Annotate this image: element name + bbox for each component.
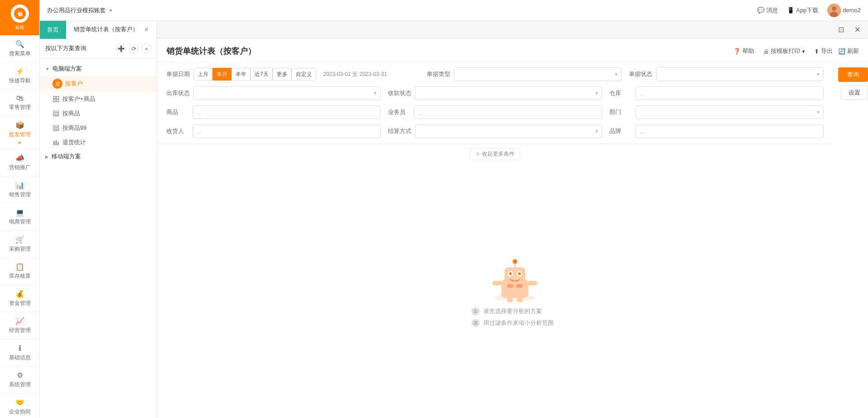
- tree-item-by-customer[interactable]: 按 按客户: [40, 76, 157, 92]
- sidebar-item-basic-info[interactable]: ℹ 基础信息: [0, 339, 39, 366]
- sidebar-item-label: 采购管理: [9, 245, 31, 253]
- export-icon: ⬆: [814, 48, 819, 55]
- collapse-more-button[interactable]: ∧ 收起更多条件: [470, 148, 520, 160]
- svg-rect-14: [53, 130, 59, 131]
- main-area: 办公用品行业模拟账套 ▾ 💬 消息 📱 App下载 de: [40, 0, 868, 418]
- sidebar-item-label: 电商管理: [9, 218, 31, 226]
- filter-row-4: 收货人 ... 结算方式 ▾: [166, 124, 824, 138]
- goods-placeholder: ...: [197, 109, 202, 116]
- department-select[interactable]: ▾: [636, 105, 824, 119]
- refresh-button[interactable]: 🔄 刷新: [838, 47, 859, 55]
- empty-illustration: [486, 255, 540, 300]
- svg-rect-15: [53, 141, 55, 145]
- filter-row-3: 商品 ... 业务员 ...: [166, 105, 824, 119]
- date-btn-custom[interactable]: 自定义: [292, 68, 316, 81]
- app-download-nav-item[interactable]: 📱 App下载: [787, 6, 818, 14]
- tree-item-by-goods[interactable]: 按商品: [40, 106, 157, 121]
- sales-icon: 📊: [15, 181, 24, 190]
- refresh-scheme-button[interactable]: ⟳: [129, 43, 139, 53]
- filter-brand-item: 品牌 ...: [609, 124, 824, 138]
- tree-item-by-customer-goods[interactable]: 按客户+商品: [40, 92, 157, 106]
- sidebar-item-business[interactable]: 📈 经营管理: [0, 312, 39, 339]
- marketing-icon: 📣: [15, 154, 24, 162]
- print-label: 按模板打印: [771, 47, 800, 55]
- message-nav-item[interactable]: 💬 消息: [757, 6, 778, 14]
- filter-recipient-item: 收货人 ...: [166, 124, 381, 138]
- page-title-actions: ❓ 帮助 🖨 按模板打印 ▾ ⬆ 导出 🔄 刷新: [733, 45, 859, 57]
- filter-row-1: 单据日期 上月 本月 本年 近7天 更多 自定义 2023-03-01 至 20…: [166, 67, 824, 81]
- sidebar-item-marketing[interactable]: 📣 营销推广: [0, 149, 39, 176]
- sidebar-item-inventory[interactable]: 📋 库存核算: [0, 258, 39, 285]
- tree-group-desktop-label: 电脑端方案: [52, 65, 82, 73]
- sidebar-item-wholesale[interactable]: 📦 批发管理 ▲: [0, 116, 39, 149]
- empty-state: ① 请先选择要分析的方案 ② 用过滤条件来缩小分析范围: [157, 164, 868, 418]
- settings-button[interactable]: 设置: [841, 86, 868, 100]
- brand-select[interactable]: ...: [636, 124, 824, 138]
- finance-icon: 💰: [15, 290, 24, 298]
- sidebar-item-finance[interactable]: 💰 资金管理: [0, 285, 39, 312]
- filter-area: 单据日期 上月 本月 本年 近7天 更多 自定义 2023-03-01 至 20…: [157, 62, 833, 144]
- date-btn-this-year[interactable]: 本年: [231, 68, 250, 81]
- date-btn-last-month[interactable]: 上月: [193, 68, 212, 81]
- app-dropdown-icon[interactable]: ▾: [109, 7, 112, 14]
- brand-placeholder: ...: [640, 128, 645, 135]
- bar-chart-icon: [52, 139, 60, 146]
- filter-type-item: 单据类型 ▾: [427, 67, 622, 81]
- svg-rect-26: [528, 281, 538, 285]
- pay-status-select[interactable]: ▾: [415, 86, 602, 100]
- sidebar-item-purchase[interactable]: 🛒 采购管理: [0, 231, 39, 258]
- sidebar-item-system[interactable]: ⚙ 系统管理: [0, 366, 39, 394]
- out-status-label: 出库状态: [166, 89, 190, 97]
- search-icon: 🔍: [15, 40, 24, 48]
- tab-sales-stats[interactable]: 销货单统计表（按客户） ✕: [66, 21, 157, 39]
- user-name: demo2: [843, 7, 861, 14]
- sidebar-item-sales[interactable]: 📊 销售管理: [0, 176, 39, 204]
- sidebar-item-search[interactable]: 🔍 搜索菜单: [0, 35, 39, 62]
- sidebar-item-enterprise[interactable]: 🤝 企业协同: [0, 394, 39, 418]
- tab-close-all-button[interactable]: ✕: [851, 24, 863, 36]
- add-scheme-button[interactable]: ➕: [116, 43, 126, 53]
- tab-home[interactable]: 首页: [40, 21, 66, 39]
- filter-actions-col: 查询 设置: [833, 62, 868, 164]
- out-status-chevron-icon: ▾: [374, 90, 377, 96]
- svg-text:畅: 畅: [17, 11, 22, 17]
- print-button[interactable]: 🖨 按模板打印 ▾: [760, 45, 809, 57]
- user-nav-item[interactable]: demo2: [827, 4, 861, 17]
- svg-point-24: [518, 272, 521, 275]
- date-btn-this-month[interactable]: 本月: [212, 68, 231, 81]
- recipient-select[interactable]: ...: [193, 124, 381, 138]
- retail-icon: 🛍: [16, 94, 24, 102]
- sidebar-item-quick-nav[interactable]: ⚡ 快捷导航: [0, 62, 39, 90]
- date-range-text: 2023-03-01 至 2023-03-31: [323, 71, 387, 78]
- wholesale-icon: 📦: [15, 121, 24, 129]
- tree-item-returns[interactable]: 退货统计: [40, 135, 157, 150]
- hint-text-2: 用过滤条件来缩小分析范围: [483, 319, 554, 327]
- tab-restore-button[interactable]: ⊡: [835, 24, 847, 36]
- sidebar-item-ecommerce[interactable]: 💻 电商管理: [0, 204, 39, 231]
- collapse-panel-button[interactable]: «: [142, 43, 151, 53]
- help-button[interactable]: ❓ 帮助: [733, 47, 754, 55]
- sidebar-item-label: 搜索菜单: [9, 50, 31, 57]
- date-btn-more[interactable]: 更多: [273, 68, 292, 81]
- query-button[interactable]: 查询: [838, 67, 868, 82]
- status-select[interactable]: ▾: [656, 67, 824, 81]
- date-buttons-group: 上月 本月 本年 近7天 更多 自定义: [193, 68, 316, 81]
- tab-sales-stats-label: 销货单统计表（按客户）: [74, 25, 138, 33]
- type-select[interactable]: ▾: [454, 67, 622, 81]
- out-status-select[interactable]: ▾: [193, 86, 381, 100]
- tree-item-by-goods-99[interactable]: 按商品99: [40, 121, 157, 135]
- salesman-select[interactable]: ...: [414, 105, 602, 119]
- date-btn-last-7-days[interactable]: 近7天: [250, 68, 273, 81]
- goods-select[interactable]: ...: [193, 105, 381, 119]
- warehouse-select[interactable]: ...: [636, 86, 824, 100]
- tree-group-mobile[interactable]: ▶ 移动端方案: [40, 150, 157, 163]
- sidebar-item-retail[interactable]: 🛍 零售管理: [0, 90, 39, 116]
- payment-select[interactable]: ▾: [415, 124, 602, 138]
- tree-group-desktop[interactable]: ▼ 电脑端方案: [40, 62, 157, 76]
- left-panel-header: 按以下方案查询 ➕ ⟳ «: [40, 39, 157, 58]
- tree-item-label: 按客户+商品: [62, 95, 95, 103]
- tab-close-icon[interactable]: ✕: [144, 26, 149, 33]
- sidebar-item-label: 库存核算: [9, 272, 31, 280]
- export-button[interactable]: ⬆ 导出: [814, 47, 833, 55]
- svg-rect-11: [53, 115, 59, 116]
